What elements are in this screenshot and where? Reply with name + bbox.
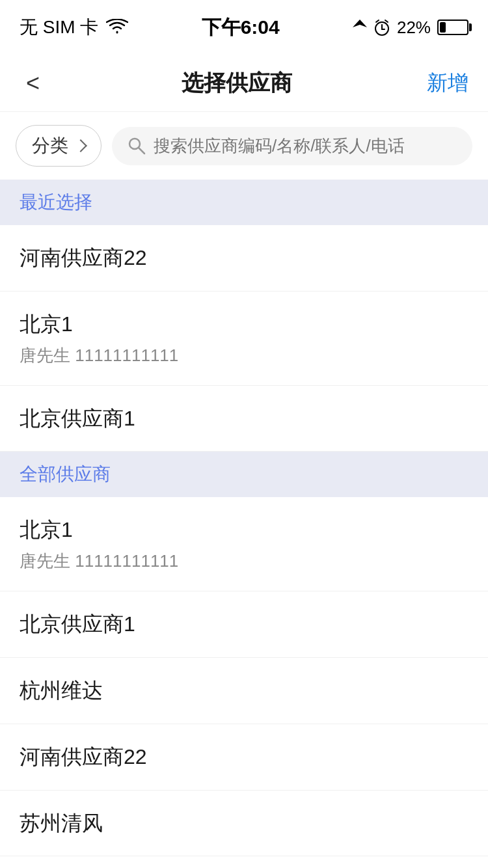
- all-list-item[interactable]: 北京1唐先生 11111111111: [0, 497, 488, 591]
- item-name: 杭州维达: [20, 676, 468, 705]
- item-name: 北京1: [20, 310, 468, 339]
- svg-line-5: [385, 20, 388, 22]
- wifi-icon: [106, 19, 128, 36]
- item-name: 河南供应商22: [20, 742, 468, 772]
- battery-percent: 22%: [397, 18, 431, 38]
- recent-list-item[interactable]: 北京1唐先生 11111111111: [0, 292, 488, 386]
- all-list-item[interactable]: 杭州维达: [0, 658, 488, 724]
- all-section-header: 全部供应商: [0, 452, 488, 497]
- all-items-list: 北京1唐先生 11111111111北京供应商1杭州维达河南供应商22苏州清风: [0, 497, 488, 856]
- all-section-label: 全部供应商: [20, 464, 111, 484]
- battery-icon: [437, 20, 468, 35]
- status-carrier: 无 SIM 卡: [20, 15, 128, 40]
- svg-line-4: [376, 20, 379, 22]
- svg-line-7: [139, 148, 144, 154]
- item-name: 河南供应商22: [20, 243, 468, 273]
- item-sub: 唐先生 11111111111: [20, 550, 468, 573]
- category-button[interactable]: 分类: [16, 125, 102, 167]
- category-label: 分类: [32, 133, 68, 158]
- back-button[interactable]: <: [20, 63, 46, 103]
- search-icon: [128, 137, 146, 155]
- recent-section-label: 最近选择: [20, 192, 92, 212]
- page-title: 选择供应商: [46, 68, 427, 98]
- recent-items-list: 河南供应商22北京1唐先生 11111111111北京供应商1: [0, 225, 488, 452]
- battery-fill: [440, 22, 446, 33]
- recent-list-item[interactable]: 北京供应商1: [0, 386, 488, 452]
- alarm-icon: [373, 18, 390, 36]
- location-icon: [353, 18, 367, 36]
- status-right: 22%: [353, 18, 468, 38]
- item-name: 北京供应商1: [20, 404, 468, 433]
- add-button[interactable]: 新增: [427, 69, 468, 98]
- svg-marker-0: [353, 20, 367, 27]
- recent-section-header: 最近选择: [0, 180, 488, 225]
- all-list-item[interactable]: 河南供应商22: [0, 724, 488, 791]
- recent-list-item[interactable]: 河南供应商22: [0, 225, 488, 292]
- carrier-text: 无 SIM 卡: [20, 15, 98, 40]
- all-list-item[interactable]: 北京供应商1: [0, 591, 488, 658]
- search-wrapper: [112, 127, 472, 165]
- item-name: 北京供应商1: [20, 610, 468, 639]
- item-name: 苏州清风: [20, 809, 468, 838]
- item-sub: 唐先生 11111111111: [20, 344, 468, 367]
- status-bar: 无 SIM 卡 下午6:04 22%: [0, 0, 488, 55]
- nav-bar: < 选择供应商 新增: [0, 55, 488, 112]
- search-area: 分类: [0, 112, 488, 180]
- status-time: 下午6:04: [202, 14, 280, 41]
- chevron-right-icon: [74, 139, 87, 152]
- all-list-item[interactable]: 苏州清风: [0, 791, 488, 857]
- item-name: 北京1: [20, 515, 468, 545]
- search-input[interactable]: [154, 136, 457, 156]
